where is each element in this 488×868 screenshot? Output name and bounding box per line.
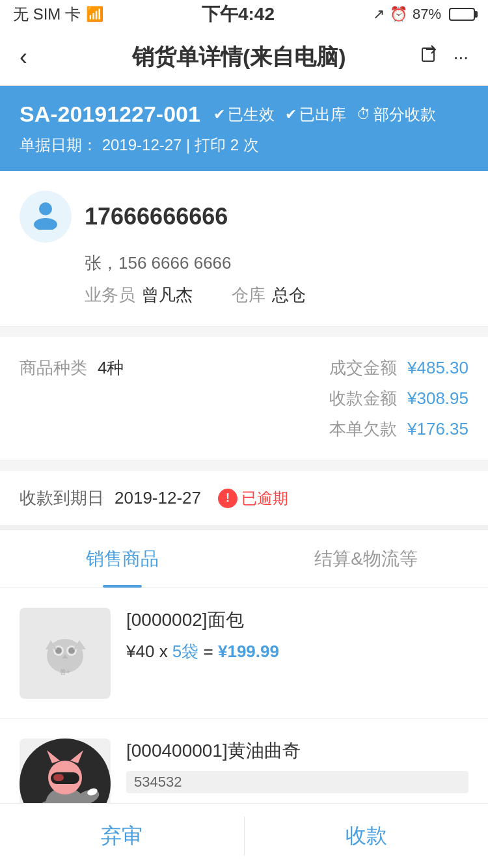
back-button[interactable]: ‹ bbox=[20, 44, 59, 71]
status-badge-shipped: ✔ 已出库 bbox=[285, 104, 346, 125]
share-icon[interactable] bbox=[420, 44, 441, 70]
carrier-label: 无 SIM 卡 bbox=[13, 4, 81, 25]
confirm-button[interactable]: 收款 bbox=[245, 804, 489, 868]
status-badges: ✔ 已生效 ✔ 已出库 ⏱ 部分收款 bbox=[213, 104, 436, 125]
location-icon: ↗ bbox=[373, 6, 385, 23]
summary-row: 商品种类 4种 成交金额 ¥485.30 收款金额 ¥308.95 本单欠款 ¥… bbox=[20, 357, 468, 441]
sales-label: 业务员 bbox=[85, 284, 135, 306]
product-types-item: 商品种类 4种 bbox=[20, 357, 124, 379]
date-label: 单据日期： bbox=[20, 136, 98, 154]
product-tag-2: 534532 bbox=[126, 771, 468, 793]
summary-section: 商品种类 4种 成交金额 ¥485.30 收款金额 ¥308.95 本单欠款 ¥… bbox=[0, 337, 488, 461]
tab-settlement[interactable]: 结算&物流等 bbox=[244, 530, 488, 588]
sales-value: 曾凡杰 bbox=[142, 284, 193, 306]
battery-percent: 87% bbox=[413, 6, 441, 23]
header-banner: SA-20191227-001 ✔ 已生效 ✔ 已出库 ⏱ 部分收款 单据日期：… bbox=[0, 86, 488, 171]
product-equals-1: = bbox=[204, 642, 218, 661]
nav-actions: ··· bbox=[420, 44, 468, 70]
page-title: 销货单详情(来自电脑) bbox=[132, 42, 346, 72]
print-label: | 打印 bbox=[186, 136, 226, 154]
customer-row: 17666666666 bbox=[20, 191, 468, 243]
nav-bar: ‹ 销货单详情(来自电脑) ··· bbox=[0, 29, 488, 86]
tab-sales-products[interactable]: 销售商品 bbox=[0, 530, 244, 588]
customer-section: 17666666666 张，156 6666 6666 业务员 曾凡杰 仓库 总… bbox=[0, 171, 488, 327]
tab-settlement-label: 结算&物流等 bbox=[314, 547, 418, 571]
product-qty-1: 5袋 bbox=[172, 642, 198, 661]
product-base-price-1: ¥40 bbox=[126, 642, 154, 661]
customer-meta: 业务员 曾凡杰 仓库 总仓 bbox=[20, 284, 468, 306]
product-price-1: ¥40 x 5袋 = ¥199.99 bbox=[126, 640, 468, 663]
warehouse-meta: 仓库 总仓 bbox=[232, 284, 306, 306]
product-types-label: 商品种类 bbox=[20, 357, 87, 379]
customer-detail: 张，156 6666 6666 bbox=[20, 252, 468, 275]
product-info-1: [0000002]面包 ¥40 x 5袋 = ¥199.99 bbox=[126, 608, 468, 663]
received-amount-row: 收款金额 ¥308.95 bbox=[329, 387, 468, 410]
tabs-section: 销售商品 结算&物流等 bbox=[0, 530, 488, 588]
avatar bbox=[20, 191, 72, 243]
svg-point-3 bbox=[34, 218, 57, 230]
order-date: 2019-12-27 bbox=[102, 136, 182, 154]
check-icon-2: ✔ bbox=[285, 106, 297, 123]
sales-meta: 业务员 曾凡杰 bbox=[85, 284, 193, 306]
svg-point-2 bbox=[39, 202, 52, 215]
header-top: SA-20191227-001 ✔ 已生效 ✔ 已出库 ⏱ 部分收款 bbox=[20, 102, 468, 127]
avatar-icon bbox=[29, 197, 62, 236]
customer-phone: 17666666666 bbox=[85, 203, 228, 230]
more-icon[interactable]: ··· bbox=[454, 47, 468, 68]
cancel-button[interactable]: 弃审 bbox=[0, 804, 244, 868]
svg-text:兽+: 兽+ bbox=[60, 668, 70, 675]
owed-amount-value: ¥176.35 bbox=[407, 419, 468, 439]
product-img-placeholder-1: 兽+ bbox=[20, 608, 111, 699]
bottom-bar: 弃审 收款 bbox=[0, 803, 488, 868]
status-bar: 无 SIM 卡 📶 下午4:42 ↗ ⏰ 87% bbox=[0, 0, 488, 29]
status-badge-effective: ✔ 已生效 bbox=[213, 104, 275, 125]
status-badge-partial: ⏱ 部分收款 bbox=[357, 104, 436, 125]
deal-amount-label: 成交金额 bbox=[329, 357, 397, 379]
warehouse-value: 总仓 bbox=[272, 284, 306, 306]
wifi-icon: 📶 bbox=[86, 6, 103, 23]
table-row: 兽+ [0000002]面包 ¥40 x 5袋 = ¥199.99 bbox=[0, 588, 488, 719]
due-label: 收款到期日 bbox=[20, 487, 104, 509]
summary-left: 商品种类 4种 bbox=[20, 357, 124, 379]
due-section: 收款到期日 2019-12-27 ! 已逾期 bbox=[0, 471, 488, 530]
overdue-text: 已逾期 bbox=[241, 488, 288, 509]
due-date-value: 2019-12-27 bbox=[115, 488, 201, 508]
deal-amount-value: ¥485.30 bbox=[407, 358, 468, 378]
svg-rect-17 bbox=[53, 774, 64, 781]
product-types-value: 4种 bbox=[98, 357, 124, 379]
tab-sales-label: 销售商品 bbox=[86, 547, 159, 571]
status-right: ↗ ⏰ 87% bbox=[373, 6, 475, 23]
owed-amount-label: 本单欠款 bbox=[329, 418, 397, 441]
order-id: SA-20191227-001 bbox=[20, 102, 200, 127]
header-bottom: 单据日期： 2019-12-27 | 打印 2 次 bbox=[20, 135, 468, 156]
product-name-1: [0000002]面包 bbox=[126, 608, 468, 632]
clock-icon: ⏱ bbox=[357, 106, 371, 123]
product-name-2: [000400001]黄油曲奇 bbox=[126, 739, 468, 763]
overdue-badge: ! 已逾期 bbox=[218, 488, 288, 509]
time-label: 下午4:42 bbox=[202, 2, 275, 27]
alarm-icon: ⏰ bbox=[390, 6, 407, 23]
product-total-1: ¥199.99 bbox=[218, 642, 279, 661]
summary-right: 成交金额 ¥485.30 收款金额 ¥308.95 本单欠款 ¥176.35 bbox=[329, 357, 468, 441]
deal-amount-row: 成交金额 ¥485.30 bbox=[329, 357, 468, 379]
received-amount-label: 收款金额 bbox=[329, 387, 397, 410]
check-icon-1: ✔ bbox=[213, 106, 225, 123]
product-image-1: 兽+ bbox=[20, 608, 111, 699]
overdue-icon: ! bbox=[218, 489, 237, 508]
received-amount-value: ¥308.95 bbox=[407, 388, 468, 409]
status-left: 无 SIM 卡 📶 bbox=[13, 4, 103, 25]
battery-icon bbox=[449, 8, 475, 21]
warehouse-label: 仓库 bbox=[232, 284, 265, 306]
owed-amount-row: 本单欠款 ¥176.35 bbox=[329, 418, 468, 441]
product-multiply-1: x bbox=[159, 642, 172, 661]
